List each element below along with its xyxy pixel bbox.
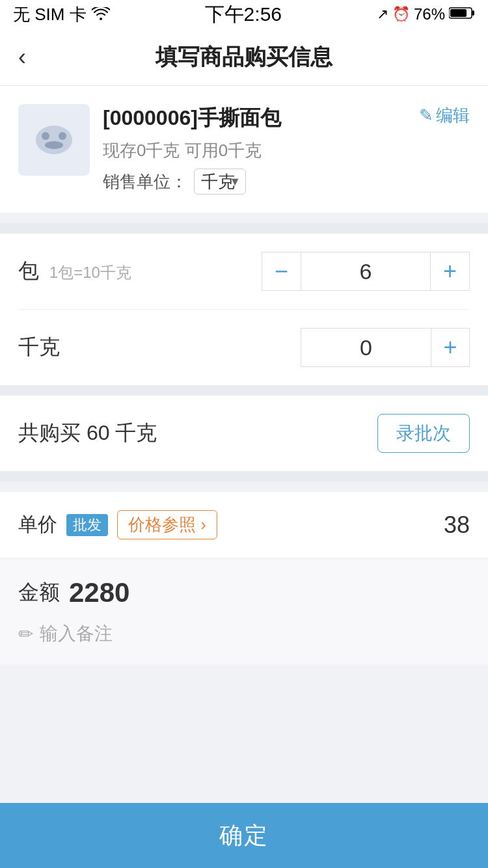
confirm-button[interactable]: 确定 [0,803,488,868]
bag-quantity-input[interactable] [301,252,431,291]
unit-select-wrapper[interactable]: 千克 [194,169,246,195]
section-divider-1 [0,223,488,234]
page-title: 填写商品购买信息 [156,42,332,72]
batch-button[interactable]: 录批次 [377,414,470,453]
bag-increment-button[interactable]: + [431,252,470,291]
location-icon: ↗ [377,6,388,23]
price-badge: 批发 [66,514,108,536]
product-unit-row: 销售单位： 千克 [103,169,470,195]
kg-label-group: 千克 [18,333,60,362]
product-name: [0000006]手撕面包 [103,104,281,133]
status-bar: 无 SIM 卡 下午2:56 ↗ ⏰ 76% [0,0,488,29]
svg-rect-1 [472,10,474,16]
wifi-icon [92,5,110,25]
kg-quantity-input[interactable] [301,328,431,367]
kg-increment-button[interactable]: + [431,328,470,367]
status-left: 无 SIM 卡 [13,3,110,26]
bag-label-group: 包 1包=10千克 [18,257,131,286]
product-thumbnail [18,104,90,176]
section-divider-2 [0,385,488,396]
price-section: 单价 批发 价格参照 › 38 [0,492,488,558]
remark-label: 输入备注 [40,621,113,646]
status-time: 下午2:56 [205,1,282,28]
remark-icon: ✏ [18,623,33,645]
bag-decrement-button[interactable]: − [262,252,301,291]
price-label: 单价 [18,511,57,538]
svg-point-5 [59,132,66,140]
battery-label: 76% [414,5,445,23]
amount-row: 金额 2280 [18,577,470,608]
price-value: 38 [444,511,470,539]
svg-rect-2 [450,9,467,17]
bag-label: 包 [18,259,39,282]
carrier-label: 无 SIM 卡 [13,3,87,26]
edit-label: 编辑 [436,104,470,127]
bag-input-row: 包 1包=10千克 − + [18,234,470,310]
product-info: [0000006]手撕面包 ✎ 编辑 现存0千克 可用0千克 销售单位： 千克 [103,104,470,195]
kg-qty-control: + [301,328,470,367]
back-button[interactable]: ‹ [18,44,26,71]
main-content: [0000006]手撕面包 ✎ 编辑 现存0千克 可用0千克 销售单位： 千克 [0,86,488,736]
bag-qty-control: − + [262,252,470,291]
remark-row[interactable]: ✏ 输入备注 [18,621,470,646]
unit-label: 销售单位： [103,170,187,193]
battery-icon [449,5,475,23]
amount-label: 金额 [18,578,60,607]
kg-input-row: 千克 + [18,310,470,385]
price-ref-button[interactable]: 价格参照 › [117,510,217,539]
edit-icon: ✎ [419,105,433,126]
unit-select[interactable]: 千克 [194,169,246,195]
svg-point-3 [36,126,72,154]
summary-section: 共购买 60 千克 录批次 [0,396,488,471]
kg-label: 千克 [18,335,60,359]
product-card: [0000006]手撕面包 ✎ 编辑 现存0千克 可用0千克 销售单位： 千克 [0,86,488,213]
price-row: 单价 批发 价格参照 › 38 [18,510,470,539]
status-right: ↗ ⏰ 76% [377,5,475,23]
amount-section: 金额 2280 ✏ 输入备注 [0,559,488,664]
nav-bar: ‹ 填写商品购买信息 [0,29,488,86]
section-divider-3 [0,471,488,481]
product-stock: 现存0千克 可用0千克 [103,139,470,162]
edit-button[interactable]: ✎ 编辑 [419,104,470,127]
summary-text: 共购买 60 千克 [18,419,157,448]
alarm-icon: ⏰ [392,6,410,23]
bag-hint: 1包=10千克 [49,264,131,281]
input-section: 包 1包=10千克 − + 千克 + [0,234,488,385]
svg-point-4 [42,132,49,140]
amount-value: 2280 [69,577,129,608]
